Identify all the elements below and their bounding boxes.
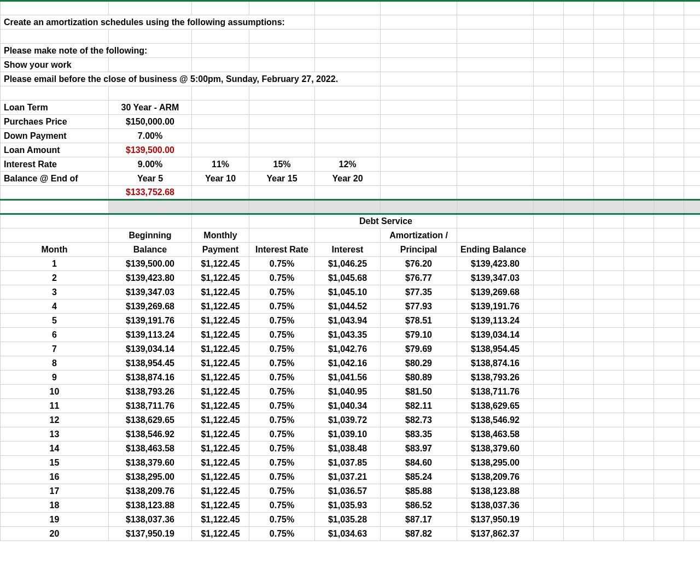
- cell[interactable]: [315, 200, 381, 214]
- cell[interactable]: [564, 314, 594, 328]
- cell[interactable]: [684, 498, 701, 513]
- cell[interactable]: [684, 101, 701, 115]
- cell[interactable]: [594, 44, 624, 58]
- cell[interactable]: [315, 86, 381, 101]
- cell[interactable]: [192, 186, 249, 200]
- interest-cell[interactable]: $1,040.95: [315, 385, 381, 399]
- cell[interactable]: [594, 172, 624, 186]
- table-row[interactable]: 3$139,347.03$1,122.450.75%$1,045.10$77.3…: [1, 285, 701, 299]
- cell[interactable]: [684, 129, 701, 143]
- monthly-payment-cell[interactable]: $1,122.45: [192, 285, 249, 299]
- cell[interactable]: [624, 86, 654, 101]
- cell[interactable]: [684, 271, 701, 285]
- cell[interactable]: [109, 200, 192, 214]
- cell[interactable]: [249, 186, 315, 200]
- cell[interactable]: [654, 129, 684, 143]
- interest-rate-cell[interactable]: 0.75%: [249, 470, 315, 484]
- cell[interactable]: [381, 200, 457, 214]
- cell[interactable]: [564, 143, 594, 157]
- cell[interactable]: [564, 484, 594, 498]
- cell[interactable]: [315, 58, 381, 72]
- cell[interactable]: [534, 172, 564, 186]
- month-cell[interactable]: 16: [1, 470, 109, 484]
- cell[interactable]: [109, 1, 192, 15]
- cell[interactable]: [624, 30, 654, 44]
- cell[interactable]: [624, 470, 654, 484]
- cell[interactable]: [192, 58, 249, 72]
- cell[interactable]: [315, 228, 381, 243]
- cell[interactable]: [684, 470, 701, 484]
- table-row[interactable]: 1$139,500.00$1,122.450.75%$1,046.25$76.2…: [1, 257, 701, 271]
- cell[interactable]: [594, 484, 624, 498]
- cell[interactable]: [192, 200, 249, 214]
- monthly-payment-cell[interactable]: $1,122.45: [192, 484, 249, 498]
- cell[interactable]: [594, 58, 624, 72]
- cell[interactable]: [534, 413, 564, 427]
- cell[interactable]: [564, 214, 594, 228]
- cell[interactable]: [594, 328, 624, 342]
- cell[interactable]: [381, 129, 457, 143]
- monthly-payment-cell[interactable]: $1,122.45: [192, 399, 249, 413]
- cell[interactable]: [624, 342, 654, 356]
- cell[interactable]: [684, 115, 701, 129]
- cell[interactable]: [564, 257, 594, 271]
- cell[interactable]: [594, 115, 624, 129]
- cell[interactable]: [249, 58, 315, 72]
- cell[interactable]: [249, 129, 315, 143]
- cell[interactable]: [624, 271, 654, 285]
- beginning-balance-cell[interactable]: $138,629.65: [109, 413, 192, 427]
- interest-cell[interactable]: $1,039.10: [315, 427, 381, 442]
- month-cell[interactable]: 9: [1, 371, 109, 385]
- monthly-payment-cell[interactable]: $1,122.45: [192, 527, 249, 541]
- cell[interactable]: [315, 44, 381, 58]
- cell[interactable]: [381, 1, 457, 15]
- cell[interactable]: [624, 399, 654, 413]
- cell[interactable]: [381, 44, 457, 58]
- cell[interactable]: [624, 1, 654, 15]
- cell[interactable]: [534, 186, 564, 200]
- spreadsheet-grid[interactable]: Create an amortization schedules using t…: [0, 0, 700, 541]
- cell[interactable]: [684, 413, 701, 427]
- cell[interactable]: [534, 399, 564, 413]
- beginning-balance-cell[interactable]: $139,113.24: [109, 328, 192, 342]
- cell[interactable]: [654, 299, 684, 314]
- cell[interactable]: [534, 58, 564, 72]
- cell[interactable]: [249, 44, 315, 58]
- cell[interactable]: [457, 86, 534, 101]
- cell[interactable]: [624, 257, 654, 271]
- beginning-balance-cell[interactable]: $138,123.88: [109, 498, 192, 513]
- interest-rate-v4[interactable]: 12%: [315, 157, 381, 172]
- cell[interactable]: [654, 214, 684, 228]
- monthly-payment-cell[interactable]: $1,122.45: [192, 442, 249, 456]
- cell[interactable]: [457, 214, 534, 228]
- cell[interactable]: [684, 186, 701, 200]
- table-row[interactable]: 9$138,874.16$1,122.450.75%$1,041.56$80.8…: [1, 371, 701, 385]
- cell[interactable]: [654, 200, 684, 214]
- amortization-cell[interactable]: $76.77: [381, 271, 457, 285]
- cell[interactable]: [249, 143, 315, 157]
- cell[interactable]: [624, 456, 654, 470]
- cell[interactable]: [594, 456, 624, 470]
- cell[interactable]: [192, 1, 249, 15]
- cell[interactable]: [624, 328, 654, 342]
- cell[interactable]: [315, 129, 381, 143]
- cell[interactable]: [654, 271, 684, 285]
- cell[interactable]: [109, 30, 192, 44]
- ending-balance-cell[interactable]: $138,874.16: [457, 356, 534, 371]
- cell[interactable]: [684, 371, 701, 385]
- month-cell[interactable]: 17: [1, 484, 109, 498]
- cell[interactable]: [457, 101, 534, 115]
- balance-value[interactable]: $133,752.68: [109, 186, 192, 200]
- table-row[interactable]: 15$138,379.60$1,122.450.75%$1,037.85$84.…: [1, 456, 701, 470]
- cell[interactable]: [594, 200, 624, 214]
- active-cell[interactable]: [1, 200, 109, 214]
- cell[interactable]: [654, 328, 684, 342]
- table-row[interactable]: 17$138,209.76$1,122.450.75%$1,036.57$85.…: [1, 484, 701, 498]
- cell[interactable]: [457, 157, 534, 172]
- cell[interactable]: [624, 214, 654, 228]
- interest-cell[interactable]: $1,041.56: [315, 371, 381, 385]
- cell[interactable]: [534, 129, 564, 143]
- month-cell[interactable]: 2: [1, 271, 109, 285]
- col-header-payment[interactable]: Payment: [192, 243, 249, 257]
- beginning-balance-cell[interactable]: $138,295.00: [109, 470, 192, 484]
